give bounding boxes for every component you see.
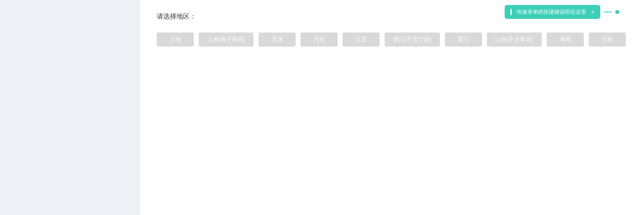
region-button-xiamen[interactable]: 厦门 (445, 33, 482, 47)
region-button-shanghai[interactable]: 上海 (157, 33, 194, 47)
region-buttons: 上海上海(电子税局)天津河北江苏浙江(不含宁波)厦门山东(不含青岛)海南云南 (157, 33, 628, 47)
tooltip-bubble: 快速录单的快捷键说明在这里 × (505, 5, 600, 19)
tooltip-container: 快速录单的快捷键说明在这里 × (505, 5, 619, 19)
tooltip-text: 快速录单的快捷键说明在这里 (517, 8, 586, 16)
tooltip-line (604, 12, 612, 12)
main-content: 请选择地区： 上海上海(电子税局)天津河北江苏浙江(不含宁波)厦门山东(不含青岛… (140, 0, 644, 215)
tooltip-dot (615, 10, 619, 14)
left-sidebar (0, 0, 140, 215)
region-button-jiangsu[interactable]: 江苏 (343, 33, 380, 47)
region-button-yunnan[interactable]: 云南 (589, 33, 626, 47)
region-button-hebei[interactable]: 河北 (301, 33, 338, 47)
region-button-shanghai-etax[interactable]: 上海(电子税局) (199, 33, 254, 47)
tooltip-close-button[interactable]: × (591, 9, 595, 15)
region-button-tianjin[interactable]: 天津 (259, 33, 296, 47)
region-button-hainan[interactable]: 海南 (547, 33, 584, 47)
region-button-zhejiang[interactable]: 浙江(不含宁波) (385, 33, 440, 47)
region-button-shandong[interactable]: 山东(不含青岛) (487, 33, 542, 47)
